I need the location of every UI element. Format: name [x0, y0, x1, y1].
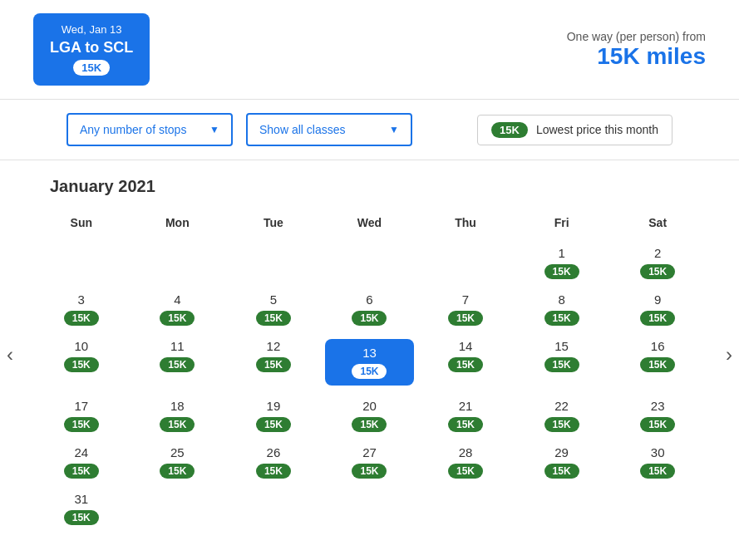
calendar-day-cell[interactable]: 1015K [33, 332, 130, 392]
calendar-day-cell [322, 239, 418, 286]
day-number: 10 [37, 339, 126, 353]
price-pill[interactable]: 15K [64, 357, 99, 372]
calendar-day-cell[interactable]: 2315K [609, 392, 706, 439]
day-number: 28 [421, 445, 510, 459]
calendar-day-cell[interactable]: 3015K [609, 439, 706, 485]
day-number: 15 [517, 339, 607, 353]
price-pill[interactable]: 15K [256, 357, 291, 372]
price-pill[interactable]: 15K [64, 510, 99, 525]
day-number: 17 [37, 399, 126, 413]
calendar-day-cell [514, 485, 610, 532]
price-pill[interactable]: 15K [256, 311, 291, 326]
calendar-day-cell [322, 485, 418, 532]
day-number: 24 [37, 445, 126, 459]
price-pill[interactable]: 15K [256, 464, 291, 479]
calendar-day-cell[interactable]: 115K [514, 239, 610, 286]
price-pill[interactable]: 15K [448, 311, 483, 326]
price-pill[interactable]: 15K [160, 311, 195, 326]
calendar-day-cell[interactable]: 1215K [225, 332, 322, 392]
calendar-day-cell[interactable]: 1915K [225, 392, 322, 439]
day-number: 5 [229, 292, 318, 307]
price-pill[interactable]: 15K [64, 417, 99, 432]
calendar-day-cell[interactable]: 2215K [514, 392, 610, 439]
price-miles: 15K miles [567, 43, 706, 70]
price-pill[interactable]: 15K [160, 464, 195, 479]
price-pill[interactable]: 15K [640, 357, 675, 372]
day-number: 6 [325, 292, 415, 307]
calendar-day-cell[interactable]: 1515K [514, 332, 610, 392]
price-pill[interactable]: 15K [448, 357, 483, 372]
calendar-day-cell [225, 485, 322, 532]
calendar-day-cell [609, 485, 706, 532]
calendar-day-cell[interactable]: 1115K [130, 332, 226, 392]
price-pill[interactable]: 15K [352, 311, 387, 326]
day-number: 21 [421, 399, 510, 413]
calendar-day-cell[interactable]: 3115K [33, 485, 130, 532]
classes-filter[interactable]: Show all classes ▼ [246, 113, 412, 146]
day-number: 29 [517, 445, 607, 459]
price-pill[interactable]: 15K [544, 417, 579, 432]
price-pill[interactable]: 15K [64, 311, 99, 326]
price-from-label: One way (per person) from [567, 30, 706, 43]
calendar-day-cell [130, 485, 226, 532]
price-pill[interactable]: 15K [544, 311, 579, 326]
price-pill[interactable]: 15K [448, 417, 483, 432]
prev-month-button[interactable]: ‹ [0, 336, 20, 373]
day-number: 16 [613, 339, 702, 353]
calendar-day-cell[interactable]: 815K [514, 286, 610, 332]
day-number: 4 [133, 292, 223, 307]
day-label: Wed, Jan 13 [50, 23, 133, 36]
filter-bar: Any number of stops ▼ Show all classes ▼… [0, 100, 739, 160]
calendar-day-cell[interactable]: 715K [417, 286, 514, 332]
calendar-day-cell[interactable]: 2015K [322, 392, 418, 439]
calendar-day-cell[interactable]: 315K [33, 286, 130, 332]
price-pill[interactable]: 15K [448, 464, 483, 479]
price-pill[interactable]: 15K [352, 417, 387, 432]
calendar-day-cell[interactable]: 2915K [514, 439, 610, 485]
price-pill[interactable]: 15K [640, 264, 675, 279]
calendar-weekday-header: Thu [417, 209, 514, 239]
next-month-button[interactable]: › [719, 336, 739, 373]
price-pill[interactable]: 15K [160, 357, 195, 372]
calendar-day-cell[interactable]: 2515K [130, 439, 226, 485]
calendar-weekday-header: Wed [322, 209, 418, 239]
calendar-day-cell[interactable]: 2415K [33, 439, 130, 485]
price-pill[interactable]: 15K [640, 311, 675, 326]
price-pill[interactable]: 15K [640, 464, 675, 479]
day-number: 9 [613, 292, 702, 307]
calendar-day-cell[interactable]: 615K [322, 286, 418, 332]
calendar-day-cell[interactable]: 915K [609, 286, 706, 332]
calendar-day-cell[interactable]: 415K [130, 286, 226, 332]
stops-filter[interactable]: Any number of stops ▼ [67, 113, 233, 146]
day-number: 11 [133, 339, 223, 353]
route-label: LGA to SCL [50, 39, 133, 56]
calendar-day-cell[interactable]: 1415K [417, 332, 514, 392]
calendar-day-cell[interactable]: 1815K [130, 392, 226, 439]
price-pill[interactable]: 15K [256, 417, 291, 432]
calendar-day-cell[interactable]: 1615K [609, 332, 706, 392]
price-pill[interactable]: 15K [640, 417, 675, 432]
calendar-day-cell[interactable]: 2815K [417, 439, 514, 485]
selected-date-card[interactable]: Wed, Jan 13 LGA to SCL 15K [33, 13, 150, 86]
calendar-day-cell[interactable]: 2615K [225, 439, 322, 485]
price-pill[interactable]: 15K [544, 264, 579, 279]
calendar-day-cell[interactable]: 2715K [322, 439, 418, 485]
classes-label: Show all classes [259, 123, 346, 136]
calendar-day-cell[interactable]: 215K [609, 239, 706, 286]
day-number: 8 [517, 292, 607, 307]
lowest-price-text: Lowest price this month [536, 123, 658, 136]
calendar-day-cell[interactable]: 515K [225, 286, 322, 332]
day-number: 25 [133, 445, 223, 459]
calendar-day-cell[interactable]: 1715K [33, 392, 130, 439]
calendar-day-cell[interactable]: 1315K [322, 332, 418, 392]
price-pill[interactable]: 15K [352, 464, 387, 479]
calendar-day-cell[interactable]: 2115K [417, 392, 514, 439]
price-pill[interactable]: 15K [544, 464, 579, 479]
header: Wed, Jan 13 LGA to SCL 15K One way (per … [0, 0, 739, 100]
price-pill[interactable]: 15K [64, 464, 99, 479]
price-pill[interactable]: 15K [160, 417, 195, 432]
classes-arrow: ▼ [389, 124, 399, 135]
price-pill[interactable]: 15K [544, 357, 579, 372]
price-pill[interactable]: 15K [352, 364, 387, 379]
day-number: 14 [421, 339, 510, 353]
